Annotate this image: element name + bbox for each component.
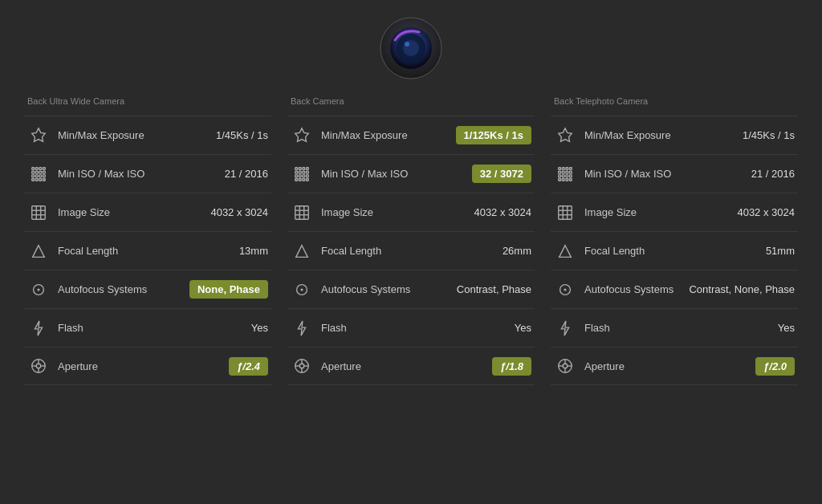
svg-rect-46 bbox=[299, 174, 301, 177]
spec-value: Contrast, None, Phase bbox=[689, 283, 795, 295]
spec-row: FlashYes bbox=[551, 308, 798, 347]
svg-rect-45 bbox=[295, 174, 298, 177]
spec-value: ƒ/2.4 bbox=[229, 357, 268, 376]
svg-rect-68 bbox=[559, 167, 561, 169]
spec-row: Min/Max Exposure1/45Ks / 1s bbox=[551, 116, 798, 154]
spec-name: Aperture bbox=[321, 360, 492, 372]
spec-name: Autofocus Systems bbox=[321, 283, 457, 295]
flash-icon bbox=[554, 317, 576, 339]
spec-value: 13mm bbox=[239, 245, 268, 257]
spec-name: Min ISO / Max ISO bbox=[321, 168, 472, 180]
camera-label-1: Back Camera bbox=[287, 96, 535, 106]
spec-value: 21 / 2016 bbox=[751, 168, 795, 180]
spec-row: Apertureƒ/2.0 bbox=[551, 347, 798, 385]
svg-rect-82 bbox=[566, 178, 568, 181]
camera-label-0: Back Ultra Wide Camera bbox=[24, 96, 271, 106]
image-size-icon bbox=[27, 201, 50, 224]
iso-icon bbox=[291, 163, 313, 185]
spec-name: Aperture bbox=[58, 360, 229, 372]
camera-column-1: Back CameraMin/Max Exposure1/125Ks / 1sM… bbox=[279, 96, 543, 385]
svg-rect-18 bbox=[32, 178, 35, 181]
focal-icon bbox=[27, 240, 50, 262]
flash-icon bbox=[291, 317, 313, 339]
spec-row: Focal Length13mm bbox=[24, 231, 271, 270]
svg-marker-67 bbox=[559, 128, 572, 141]
autofocus-icon bbox=[554, 278, 576, 301]
iso-icon bbox=[27, 163, 50, 185]
spec-name: Image Size bbox=[58, 206, 210, 218]
spec-value: 1/45Ks / 1s bbox=[743, 129, 795, 141]
svg-rect-76 bbox=[559, 174, 561, 177]
aperture-icon bbox=[554, 355, 576, 377]
focal-icon bbox=[291, 240, 313, 262]
svg-rect-51 bbox=[303, 178, 305, 181]
svg-rect-37 bbox=[295, 167, 298, 169]
svg-rect-81 bbox=[562, 178, 564, 181]
spec-name: Min ISO / Max ISO bbox=[58, 168, 225, 180]
spec-row: Apertureƒ/1.8 bbox=[287, 347, 535, 385]
spec-value: 4032 x 3024 bbox=[474, 206, 531, 218]
spec-value: Contrast, Phase bbox=[457, 283, 531, 295]
svg-rect-75 bbox=[570, 171, 572, 173]
svg-rect-10 bbox=[32, 171, 35, 173]
spec-row: Autofocus SystemsNone, Phase bbox=[24, 270, 271, 308]
svg-rect-42 bbox=[299, 171, 301, 173]
autofocus-icon bbox=[27, 278, 50, 301]
svg-rect-84 bbox=[559, 205, 572, 219]
spec-row: Autofocus SystemsContrast, Phase bbox=[287, 270, 535, 308]
svg-rect-70 bbox=[566, 167, 568, 169]
spec-value: None, Phase bbox=[189, 280, 268, 299]
svg-rect-43 bbox=[303, 171, 305, 173]
camera-column-0: Back Ultra Wide CameraMin/Max Exposure1/… bbox=[16, 96, 279, 385]
spec-name: Min ISO / Max ISO bbox=[584, 168, 751, 180]
spec-value: Yes bbox=[251, 322, 268, 334]
svg-rect-83 bbox=[570, 178, 572, 181]
svg-rect-53 bbox=[295, 205, 309, 219]
aperture-icon bbox=[291, 355, 313, 377]
spec-name: Flash bbox=[58, 322, 251, 334]
svg-point-91 bbox=[564, 289, 566, 291]
image-size-icon bbox=[554, 201, 576, 224]
spec-name: Flash bbox=[321, 322, 515, 334]
svg-rect-21 bbox=[43, 178, 46, 181]
svg-rect-80 bbox=[559, 178, 561, 181]
spec-row: Min ISO / Max ISO32 / 3072 bbox=[287, 154, 535, 193]
camera-label-2: Back Telephoto Camera bbox=[551, 96, 798, 106]
svg-point-4 bbox=[405, 42, 409, 47]
svg-rect-15 bbox=[35, 174, 38, 177]
exposure-icon bbox=[291, 124, 313, 147]
exposure-icon bbox=[554, 124, 576, 147]
svg-rect-7 bbox=[35, 167, 38, 169]
app-icon bbox=[379, 16, 443, 80]
autofocus-icon bbox=[291, 278, 313, 301]
svg-rect-8 bbox=[39, 167, 42, 169]
spec-value: 32 / 3072 bbox=[472, 165, 531, 183]
svg-rect-11 bbox=[35, 171, 38, 173]
spec-row: Min/Max Exposure1/125Ks / 1s bbox=[287, 116, 535, 154]
spec-row: Image Size4032 x 3024 bbox=[551, 193, 798, 231]
svg-point-66 bbox=[299, 364, 304, 368]
svg-rect-14 bbox=[32, 174, 35, 177]
spec-value: 1/125Ks / 1s bbox=[456, 126, 531, 144]
spec-name: Focal Length bbox=[321, 245, 503, 257]
svg-point-60 bbox=[301, 289, 303, 291]
svg-point-35 bbox=[36, 364, 41, 368]
spec-name: Min/Max Exposure bbox=[584, 129, 743, 141]
svg-rect-13 bbox=[43, 171, 46, 173]
svg-rect-6 bbox=[32, 167, 35, 169]
spec-row: Min ISO / Max ISO21 / 2016 bbox=[551, 154, 798, 193]
svg-rect-41 bbox=[295, 171, 298, 173]
spec-value: 4032 x 3024 bbox=[210, 206, 268, 218]
svg-rect-47 bbox=[303, 174, 305, 177]
aperture-icon bbox=[27, 355, 50, 377]
iso-icon bbox=[554, 163, 576, 185]
spec-row: Focal Length51mm bbox=[551, 231, 798, 270]
svg-rect-48 bbox=[307, 174, 309, 177]
spec-row: FlashYes bbox=[24, 308, 271, 347]
svg-rect-40 bbox=[307, 167, 309, 169]
svg-rect-19 bbox=[35, 178, 38, 181]
cameras-grid: Back Ultra Wide CameraMin/Max Exposure1/… bbox=[0, 96, 822, 385]
spec-name: Aperture bbox=[584, 360, 755, 372]
svg-marker-27 bbox=[33, 245, 45, 257]
svg-marker-36 bbox=[295, 128, 309, 141]
